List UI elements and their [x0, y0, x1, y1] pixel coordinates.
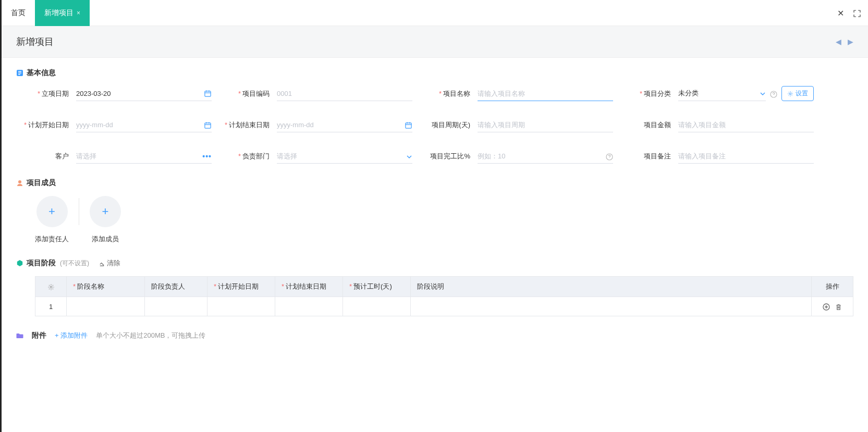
add-member: + 添加成员 — [90, 196, 121, 244]
section-title-members: 项目成员 — [27, 178, 56, 188]
cell-idx: 1 — [35, 297, 67, 316]
svg-point-6 — [789, 93, 791, 95]
table-header-row: 阶段名称 阶段负责人 计划开始日期 计划结束日期 预计工时(天) 阶段说明 操作 — [35, 277, 853, 297]
label-name: 项目名称 — [443, 90, 470, 97]
cell-stage-start[interactable] — [207, 297, 275, 316]
input-period[interactable] — [478, 120, 613, 130]
field-dept[interactable] — [277, 149, 412, 164]
svg-rect-7 — [205, 123, 211, 128]
help-icon[interactable] — [770, 89, 777, 97]
section-title-basic: 基本信息 — [27, 68, 56, 78]
cell-stage-owner[interactable] — [145, 297, 207, 316]
close-icon[interactable]: ✕ — [837, 8, 844, 18]
svg-rect-1 — [18, 71, 21, 72]
nav-next-icon[interactable]: ▶ — [848, 38, 853, 46]
field-amount[interactable] — [678, 118, 814, 132]
field-code[interactable] — [277, 87, 412, 101]
person-icon — [16, 179, 23, 187]
input-code[interactable] — [277, 89, 412, 98]
th-stage-start: 计划开始日期 — [207, 277, 275, 297]
th-stage-hours: 预计工时(天) — [343, 277, 411, 297]
label-remark: 项目备注 — [644, 152, 671, 160]
label-plan-end: 计划结束日期 — [229, 121, 270, 129]
label-customer: 客户 — [55, 152, 69, 160]
th-stage-end: 计划结束日期 — [275, 277, 343, 297]
label-date: 立项日期 — [42, 90, 69, 97]
svg-rect-3 — [18, 74, 20, 75]
ellipsis-icon[interactable]: ••• — [202, 152, 212, 161]
input-amount[interactable] — [678, 120, 814, 130]
field-remark[interactable] — [678, 149, 814, 164]
add-member-label: 添加成员 — [92, 234, 119, 244]
add-member-button[interactable]: + — [90, 196, 121, 227]
add-owner-button[interactable]: + — [36, 196, 68, 227]
tab-home[interactable]: 首页 — [2, 0, 35, 26]
cell-stage-desc[interactable] — [411, 297, 812, 316]
calendar-icon[interactable] — [204, 120, 212, 129]
nav-prev-icon[interactable]: ◀ — [836, 38, 841, 46]
calendar-icon[interactable] — [405, 120, 412, 129]
label-dept: 负责部门 — [242, 152, 270, 160]
label-plan-start: 计划开始日期 — [28, 121, 69, 129]
clear-icon — [99, 259, 105, 267]
calendar-icon[interactable] — [204, 89, 212, 98]
close-icon[interactable]: × — [77, 9, 80, 17]
input-dept[interactable] — [277, 151, 412, 161]
section-title-attach: 附件 — [32, 331, 46, 340]
settings-button-label: 设置 — [796, 89, 808, 98]
help-icon[interactable] — [606, 152, 613, 160]
input-plan-end[interactable] — [277, 120, 412, 130]
svg-rect-2 — [18, 72, 21, 73]
field-plan-start[interactable] — [76, 118, 212, 132]
section-stages: 项目阶段 (可不设置) 清除 阶段名称 阶段负责人 — [16, 258, 853, 316]
field-category[interactable]: 未分类 — [678, 87, 766, 101]
label-code: 项目编码 — [242, 90, 270, 97]
chevron-down-icon[interactable] — [760, 89, 766, 97]
svg-rect-4 — [205, 91, 211, 96]
th-stage-desc: 阶段说明 — [411, 277, 812, 297]
stages-clear-button[interactable]: 清除 — [99, 258, 120, 268]
field-customer[interactable]: ••• — [76, 149, 212, 164]
value-category: 未分类 — [678, 89, 766, 98]
field-name[interactable] — [478, 87, 613, 101]
folder-icon — [16, 332, 23, 339]
cell-stage-end[interactable] — [275, 297, 343, 316]
row-delete-button[interactable] — [835, 302, 842, 311]
settings-button[interactable]: 设置 — [781, 86, 814, 101]
gear-icon — [787, 90, 793, 97]
input-remark[interactable] — [678, 151, 814, 161]
attach-hint: 单个大小不超过200MB，可拖拽上传 — [96, 331, 205, 340]
field-date[interactable]: 2023-03-20 — [76, 87, 212, 101]
stages-clear-label: 清除 — [107, 258, 120, 268]
gear-icon[interactable] — [47, 282, 55, 291]
label-amount: 项目金额 — [644, 121, 671, 129]
field-pct[interactable] — [478, 149, 613, 164]
stages-table: 阶段名称 阶段负责人 计划开始日期 计划结束日期 预计工时(天) 阶段说明 操作… — [35, 276, 853, 316]
cell-stage-hours[interactable] — [343, 297, 411, 316]
input-plan-start[interactable] — [76, 120, 212, 130]
svg-point-10 — [18, 180, 21, 183]
value-date: 2023-03-20 — [76, 90, 212, 97]
row-add-button[interactable] — [823, 302, 830, 311]
svg-rect-8 — [406, 123, 411, 128]
page-title: 新增项目 — [16, 35, 54, 48]
input-customer[interactable] — [76, 151, 212, 161]
add-owner-label: 添加责任人 — [35, 234, 69, 244]
label-category: 项目分类 — [644, 90, 671, 97]
tab-new-project[interactable]: 新增项目 × — [35, 0, 90, 26]
table-row: 1 — [35, 297, 853, 316]
field-period[interactable] — [478, 118, 613, 132]
section-attach: 附件 + 添加附件 单个大小不超过200MB，可拖拽上传 — [16, 331, 853, 340]
hexagon-icon — [16, 260, 23, 267]
cell-stage-name[interactable] — [67, 297, 145, 316]
section-members: 项目成员 + 添加责任人 + 添加成员 — [16, 178, 853, 244]
field-plan-end[interactable] — [277, 118, 412, 132]
tabs-bar: 首页 新增项目 × ✕ — [2, 0, 868, 26]
add-attachment-button[interactable]: + 添加附件 — [55, 331, 88, 340]
input-name[interactable] — [478, 89, 613, 98]
input-pct[interactable] — [478, 151, 613, 161]
fullscreen-icon[interactable] — [853, 8, 861, 18]
chevron-down-icon[interactable] — [406, 152, 412, 161]
svg-point-11 — [50, 286, 52, 288]
stages-hint: (可不设置) — [60, 259, 89, 268]
